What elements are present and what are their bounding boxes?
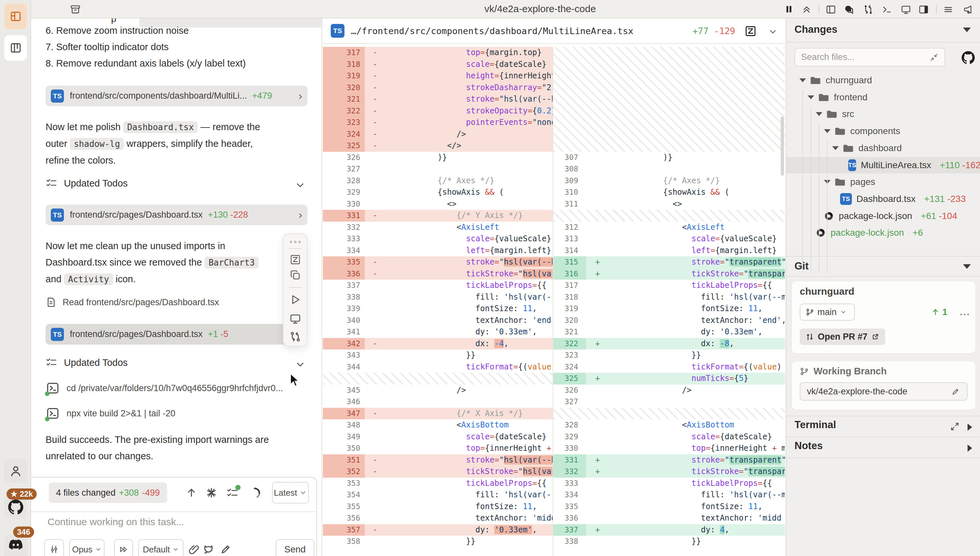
zed-open-icon[interactable] xyxy=(744,25,757,37)
file-path: frontend/src/pages/Dashboard.tsx xyxy=(70,329,203,339)
section-expand-triangle[interactable] xyxy=(967,423,972,431)
diff-line: 339fontSize: 11, xyxy=(323,303,552,315)
open-pr-label: Open PR #7 xyxy=(818,332,868,342)
changes-section-header[interactable]: Changes xyxy=(794,24,838,36)
starburst-icon[interactable] xyxy=(205,487,217,499)
pencil-icon[interactable] xyxy=(951,387,960,396)
toolbar-divider-2 xyxy=(936,5,937,14)
terminal-section-header[interactable]: Terminal xyxy=(794,419,836,431)
paperclip-icon[interactable] xyxy=(189,543,200,556)
git-compare-icon[interactable] xyxy=(863,4,874,15)
tree-item-multilinearea-tsx[interactable]: TSMultiLineArea.tsx+110 -162 xyxy=(786,157,980,173)
tree-item-package-lock-json[interactable]: package-lock.json+6 xyxy=(786,225,980,241)
play-icon[interactable] xyxy=(289,293,302,306)
pen-icon[interactable] xyxy=(220,543,232,555)
folder-icon xyxy=(810,76,821,85)
diff-line: 343}} xyxy=(323,349,552,361)
caret-down-icon[interactable] xyxy=(824,129,831,133)
send-button[interactable]: Send xyxy=(276,539,314,556)
updated-todos-row[interactable]: Updated Todos xyxy=(45,357,128,369)
caret-down-icon[interactable] xyxy=(816,112,822,116)
chat-panel: p g 6. Remove zoom instruction noise 7. … xyxy=(31,18,322,556)
branch-dropdown[interactable]: main xyxy=(800,304,855,321)
tree-item-dashboard-tsx[interactable]: TSDashboard.tsx+131 -233 xyxy=(786,191,980,207)
notes-section-header[interactable]: Notes xyxy=(794,440,823,452)
updated-todos-row[interactable]: Updated Todos xyxy=(45,177,128,189)
section-collapse-triangle[interactable] xyxy=(963,264,971,269)
text: refine the colors. xyxy=(45,155,116,166)
cat-icon[interactable] xyxy=(202,543,215,556)
more-options-icon[interactable]: … xyxy=(959,305,971,318)
github-icon[interactable] xyxy=(962,51,975,64)
monitor-icon[interactable] xyxy=(900,4,912,15)
git-section-header[interactable]: Git xyxy=(794,260,809,272)
tree-item-frontend[interactable]: frontend xyxy=(786,89,980,105)
todos-label: Updated Todos xyxy=(64,178,128,189)
menu-icon[interactable] xyxy=(942,5,954,15)
tree-item-src[interactable]: src xyxy=(786,106,980,122)
todos-label: Updated Todos xyxy=(64,357,128,368)
read-file-row[interactable]: Read frontend/src/pages/Dashboard.tsx xyxy=(45,296,219,308)
shrink-icon[interactable] xyxy=(930,53,939,62)
terminal-command-row[interactable]: cd /private/var/folders/10/h7w0q46556ggr… xyxy=(45,381,283,395)
tree-item-package-lock-json[interactable]: package-lock.json+61 -104 xyxy=(786,208,980,224)
settings-sliders-button[interactable] xyxy=(44,539,64,556)
collapse-up-icon[interactable] xyxy=(801,4,812,15)
monitor-icon[interactable] xyxy=(289,312,302,325)
account-button[interactable] xyxy=(4,459,27,483)
terminal-prompt-icon[interactable] xyxy=(882,5,893,15)
terminal-command-row[interactable]: npx vite build 2>&1 | tail -20 xyxy=(45,406,175,420)
search-files-input[interactable]: Search files... xyxy=(794,48,945,66)
section-collapse-triangle[interactable] xyxy=(963,27,971,32)
git-compare-icon[interactable] xyxy=(289,331,301,343)
message-input[interactable]: Continue working on this task... xyxy=(47,516,184,527)
panel-right-icon[interactable] xyxy=(918,4,929,15)
panel-left-icon[interactable] xyxy=(825,4,836,15)
more-options-icon[interactable] xyxy=(289,240,302,244)
caret-down-icon[interactable] xyxy=(832,146,839,150)
caret-down-icon[interactable] xyxy=(807,95,814,99)
section-expand-triangle[interactable] xyxy=(967,444,972,452)
megaphone-icon[interactable] xyxy=(962,4,974,15)
diff-line: 326/> xyxy=(553,385,785,396)
file-change-chip-hover[interactable]: TS frontend/src/pages/Dashboard.tsx +1 -… xyxy=(45,324,307,344)
person-icon xyxy=(9,464,22,477)
version-dropdown[interactable]: Latest xyxy=(272,482,309,504)
layout-tab-button[interactable] xyxy=(4,3,27,29)
todos-status-icon[interactable] xyxy=(226,487,239,500)
expand-icon[interactable] xyxy=(950,422,960,432)
working-branch-card: Working Branch vk/4e2a-explore-the-code xyxy=(792,361,975,410)
files-changed-chip[interactable]: 4 files changed +308 -499 xyxy=(49,483,167,503)
tree-item-pages[interactable]: pages xyxy=(786,174,980,190)
file-change-chip[interactable]: TS frontend/src/pages/Dashboard.tsx +130… xyxy=(45,205,307,225)
mode-dropdown[interactable]: Default xyxy=(138,539,184,556)
pause-icon[interactable] xyxy=(784,4,794,14)
chevron-down-icon[interactable] xyxy=(295,179,306,191)
fast-forward-button[interactable] xyxy=(114,539,133,556)
tree-item-dashboard[interactable]: dashboard xyxy=(786,140,980,157)
caret-down-icon[interactable] xyxy=(799,78,806,82)
kanban-tab-button[interactable] xyxy=(4,35,27,61)
text: Now let me clean up the unused imports i… xyxy=(45,241,225,251)
diff-scrollbar-thumb[interactable] xyxy=(781,117,784,176)
tree-item-churnguard[interactable]: churnguard xyxy=(786,72,980,89)
archive-icon[interactable] xyxy=(69,4,81,15)
ts-file-icon: TS xyxy=(51,208,64,221)
diff-line: 323}} xyxy=(553,349,785,361)
chevron-down-icon[interactable] xyxy=(295,359,306,370)
up-arrow-icon[interactable] xyxy=(186,487,197,499)
pr-compare-icon xyxy=(806,333,814,341)
open-pr-button[interactable]: Open PR #7 xyxy=(800,328,885,345)
diff-line: 315+stroke="transparent" xyxy=(553,256,785,268)
zed-review-icon[interactable] xyxy=(289,254,301,265)
diff-line: 323-pointerEvents="none" xyxy=(323,117,552,129)
copy-icon[interactable] xyxy=(289,269,301,281)
chevron-down-icon[interactable] xyxy=(768,27,778,37)
model-dropdown[interactable]: Opus xyxy=(69,539,105,556)
working-branch-input[interactable]: vk/4e2a-explore-the-code xyxy=(800,382,967,401)
diff-line: 321dy: '0.33em', xyxy=(553,326,785,338)
fast-forward-icon xyxy=(119,545,128,554)
chat-bubble-icon[interactable] xyxy=(843,4,855,15)
tree-item-components[interactable]: components xyxy=(786,123,980,139)
file-change-chip[interactable]: TS frontend/src/components/dashboard/Mul… xyxy=(45,86,307,106)
